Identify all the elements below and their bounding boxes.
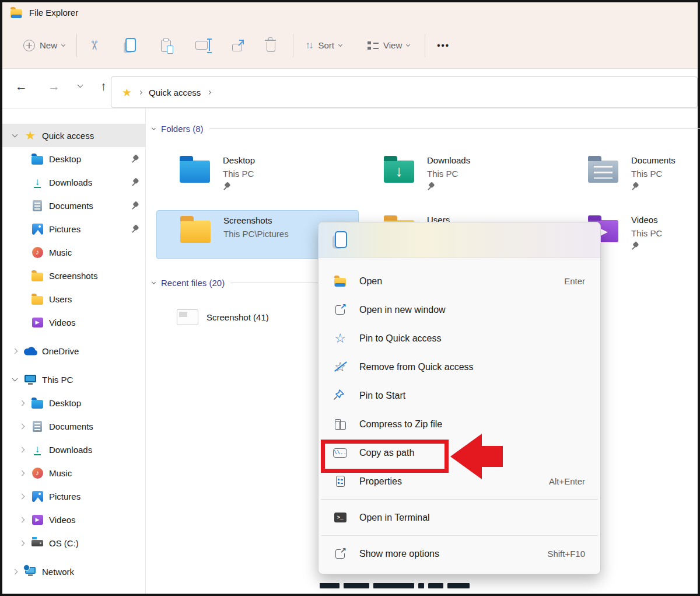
new-button[interactable]: New — [18, 35, 71, 56]
paste-icon — [161, 40, 171, 52]
share-button[interactable] — [226, 34, 248, 56]
cloud-glyph — [23, 347, 37, 355]
folder-tile-desktop[interactable]: Desktop This PC — [156, 151, 359, 200]
collapse-chevron-icon — [152, 126, 156, 130]
chevron-down-icon — [12, 132, 18, 138]
menu-item-label: Open — [359, 276, 382, 287]
sidebar-item-music[interactable]: ♪ Music — [2, 241, 145, 264]
music-icon: ♪ — [30, 247, 44, 258]
chevron-down-icon — [61, 42, 65, 46]
navigation-pane: ★ Quick access Desktop ↓ Downloads Docum… — [2, 109, 146, 594]
sidebar-item-os-c[interactable]: OS (C:) — [2, 531, 145, 555]
sort-icon: ↑↓ — [305, 40, 313, 51]
folder-glyph — [10, 9, 22, 18]
expand-chevron[interactable] — [18, 541, 26, 545]
menu-item-show-more-options[interactable]: Show more options Shift+F10 — [318, 539, 600, 568]
menu-item-open[interactable]: Open Enter — [318, 267, 600, 295]
pin-icon — [427, 182, 435, 190]
address-bar[interactable]: ★ Quick access — [111, 76, 698, 108]
forward-button[interactable]: → — [48, 79, 60, 93]
sidebar-item-onedrive[interactable]: OneDrive — [2, 339, 145, 363]
sidebar-item-quick-access[interactable]: ★ Quick access — [2, 124, 145, 147]
sidebar-item-pc-music[interactable]: ♪ Music — [2, 461, 145, 485]
pin-icon — [631, 242, 639, 250]
sidebar-item-label: Downloads — [49, 445, 139, 455]
folder-tile-documents[interactable]: Documents This PC — [565, 151, 700, 200]
group-rule — [209, 128, 700, 129]
open-new-window-icon — [332, 305, 348, 315]
menu-item-shortcut: Shift+F10 — [547, 549, 585, 559]
sort-button-label: Sort — [318, 40, 334, 50]
folders-group-header[interactable]: Folders (8) — [152, 124, 700, 134]
sidebar-item-screenshots[interactable]: Screenshots — [2, 264, 145, 287]
sidebar-item-pc-documents[interactable]: Documents — [2, 414, 145, 438]
sidebar-item-documents[interactable]: Documents — [2, 194, 145, 217]
sort-button[interactable]: ↑↓ Sort — [299, 35, 348, 56]
blue-folder-icon — [30, 398, 44, 409]
copy-icon[interactable] — [332, 231, 348, 249]
expand-chevron[interactable] — [18, 401, 26, 405]
folder-tile-downloads[interactable]: Downloads This PC — [360, 151, 563, 200]
tile-location: This PC — [631, 228, 662, 238]
expand-chevron[interactable] — [18, 471, 26, 475]
ellipsis-icon: ••• — [437, 40, 450, 50]
downloads-folder-icon — [384, 161, 414, 183]
sidebar-item-label: Desktop — [49, 154, 127, 164]
sidebar-item-users[interactable]: Users — [2, 287, 145, 311]
menu-item-pin-to-start[interactable]: Pin to Start — [318, 381, 600, 410]
see-more-button[interactable]: ••• — [431, 36, 456, 55]
screenshots-folder-icon — [180, 221, 211, 243]
chevron-right-icon — [19, 540, 24, 546]
sidebar-item-this-pc[interactable]: This PC — [2, 368, 145, 391]
sidebar-item-videos[interactable]: ▶ Videos — [2, 311, 145, 334]
sidebar-item-network[interactable]: Network — [2, 560, 145, 583]
expand-chevron[interactable] — [10, 570, 19, 574]
recent-file-screenshot-41[interactable]: Screenshot (41) — [177, 309, 269, 325]
sidebar-item-pc-downloads[interactable]: ↓ Downloads — [2, 438, 145, 461]
sidebar-item-downloads[interactable]: ↓ Downloads — [2, 170, 145, 194]
chevron-down-icon — [338, 42, 342, 46]
paste-button[interactable] — [155, 34, 177, 57]
tile-name: Documents — [631, 155, 676, 165]
view-button[interactable]: View — [362, 36, 415, 55]
expand-chevron[interactable] — [18, 494, 26, 499]
cut-icon: ✂ — [88, 40, 100, 50]
menu-item-remove-from-quick-access[interactable]: ☆ Remove from Quick access — [318, 353, 600, 381]
stage: File Explorer New ✂ ↑↓ Sort View ••• ← — [2, 2, 698, 594]
sidebar-item-pc-videos[interactable]: ▶ Videos — [2, 508, 145, 531]
sidebar-item-pictures[interactable]: Pictures — [2, 217, 145, 241]
menu-item-label: Compress to Zip file — [359, 419, 442, 430]
sidebar-item-label: Network — [42, 567, 139, 577]
breadcrumb-chevron-icon — [138, 90, 142, 94]
expand-chevron[interactable] — [18, 518, 26, 522]
recent-file-name: Screenshot (41) — [206, 312, 269, 322]
sidebar-item-pc-pictures[interactable]: Pictures — [2, 485, 145, 508]
menu-item-open-in-terminal[interactable]: >_ Open in Terminal — [318, 503, 600, 532]
tile-name: Videos — [631, 215, 662, 225]
delete-button[interactable] — [261, 34, 281, 57]
recent-locations-chevron[interactable] — [78, 82, 83, 88]
up-button[interactable]: ↑ — [100, 79, 107, 93]
expand-chevron[interactable] — [10, 378, 19, 381]
recent-files-group-header[interactable]: Recent files (20) — [152, 278, 321, 288]
expand-chevron[interactable] — [18, 448, 26, 452]
window-title: File Explorer — [29, 8, 78, 18]
expand-chevron[interactable] — [10, 134, 19, 137]
sidebar-item-pc-desktop[interactable]: Desktop — [2, 391, 145, 414]
cut-button[interactable]: ✂ — [83, 34, 105, 57]
menu-item-label: Pin to Quick access — [359, 333, 442, 344]
rename-button[interactable] — [190, 36, 214, 54]
copy-button[interactable] — [118, 33, 142, 58]
expand-chevron[interactable] — [10, 349, 19, 353]
breadcrumb-quick-access[interactable]: Quick access — [149, 88, 201, 97]
sidebar-item-label: Pictures — [49, 492, 139, 501]
context-menu-icon-strip — [318, 222, 600, 258]
expand-chevron[interactable] — [18, 424, 26, 428]
menu-item-pin-to-quick-access[interactable]: ☆ Pin to Quick access — [318, 324, 600, 353]
sidebar-item-desktop[interactable]: Desktop — [2, 147, 145, 170]
menu-item-open-in-new-window[interactable]: Open in new window — [318, 295, 600, 324]
menu-item-label: Properties — [359, 476, 402, 487]
pictures-icon — [30, 491, 44, 502]
back-button[interactable]: ← — [15, 79, 27, 93]
pin-icon — [131, 178, 139, 186]
